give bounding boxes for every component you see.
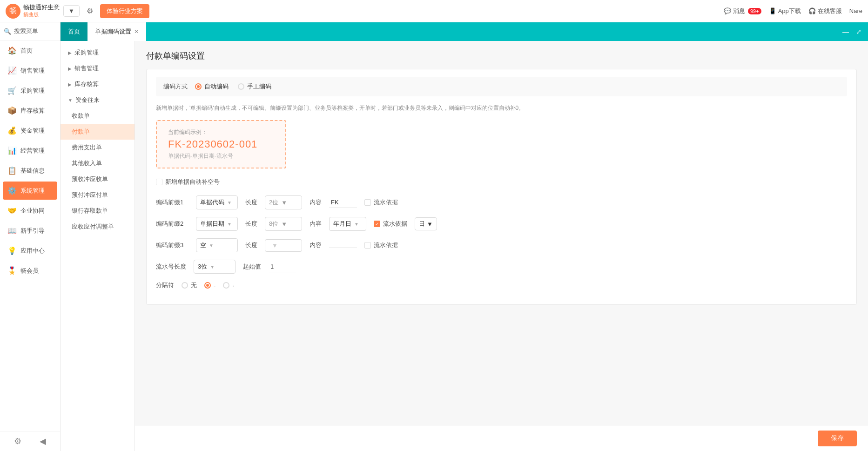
menu-item-expense[interactable]: 费用支出单 — [61, 140, 135, 155]
prefix1-length-select[interactable]: 2位 ▼ — [265, 195, 302, 209]
manual-code-radio[interactable]: 手工编码 — [238, 82, 271, 91]
sidebar-label-operations: 经营管理 — [20, 147, 45, 155]
sales-icon: 📈 — [7, 66, 17, 75]
sidebar-item-system[interactable]: ⚙️ 系统管理 — [3, 182, 57, 200]
auto-code-label: 自动编码 — [204, 82, 229, 91]
online-service-label: 在线客服 — [818, 7, 842, 15]
prefix3-watermark-checkbox[interactable] — [364, 242, 371, 249]
sidebar-item-guide[interactable]: 📖 新手引导 — [0, 221, 60, 241]
sidebar-item-finance[interactable]: 💰 资金管理 — [0, 121, 60, 141]
logo-text-block: 畅捷通好生意 插曲版 — [23, 4, 60, 19]
menu-group-funds-title[interactable]: ▼ 资金往来 — [61, 92, 135, 108]
prefix2-length-value: 8位 — [269, 220, 278, 228]
logo-sub-text: 插曲版 — [23, 11, 60, 18]
sep-dot1-radio[interactable]: - — [204, 282, 215, 289]
prefix1-content-label: 内容 — [310, 198, 322, 207]
menu-item-other-income[interactable]: 其他收入单 — [61, 155, 135, 171]
auto-fill-checkbox[interactable] — [156, 179, 162, 185]
messages-button[interactable]: 💬 消息 99+ — [724, 7, 761, 15]
sidebar-label-inventory: 库存核算 — [20, 107, 45, 115]
sidebar-label-app: 应用中心 — [20, 247, 45, 255]
sidebar-item-inventory[interactable]: 📦 库存核算 — [0, 101, 60, 121]
manual-code-label: 手工编码 — [247, 82, 271, 91]
tab-maximize-icon[interactable]: ⤢ — [853, 26, 864, 37]
sidebar: 🔍 搜索菜单 🏠 首页 📈 销售管理 🛒 采购管理 📦 库存核算 💰 资金管理 … — [0, 22, 61, 451]
menu-item-payment[interactable]: 付款单 — [61, 124, 135, 140]
save-button[interactable]: 保存 — [818, 431, 857, 446]
prefix2-length-label: 长度 — [245, 220, 257, 228]
serial-length-select[interactable]: 3位 ▼ — [194, 260, 236, 274]
tab-encoding-label: 单据编码设置 — [95, 27, 131, 36]
trial-button[interactable]: 体验行业方案 — [100, 4, 149, 18]
prefix2-day-select[interactable]: 日 ▼ — [415, 217, 437, 230]
prefix1-dropdown-icon: ▼ — [227, 200, 232, 205]
sep-none-radio[interactable]: 无 — [182, 281, 197, 289]
dropdown-button[interactable]: ▼ — [63, 5, 80, 17]
prefix2-day-value: 日 — [419, 220, 425, 228]
sep-dot1-label: - — [214, 282, 215, 289]
prefix3-content-value — [329, 243, 357, 248]
app-download-label: App下载 — [778, 7, 801, 15]
arrow-icon-sales: ▶ — [68, 66, 72, 71]
sidebar-item-sales[interactable]: 📈 销售管理 — [0, 61, 60, 81]
message-icon: 💬 — [724, 7, 731, 14]
sidebar-item-purchase[interactable]: 🛒 采购管理 — [0, 81, 60, 101]
prefix1-label: 编码前缀1 — [156, 198, 188, 207]
menu-item-receipt[interactable]: 收款单 — [61, 108, 135, 124]
user-profile[interactable]: Nare — [849, 7, 862, 14]
menu-group-funds-label: 资金往来 — [75, 96, 100, 104]
sidebar-item-member[interactable]: 🎖️ 畅会员 — [0, 261, 60, 281]
prefix2-content-select[interactable]: 年月日 ▼ — [329, 217, 366, 231]
code-preview-main: FK-20230602-001 — [168, 138, 274, 150]
sep-dot2-label: · — [232, 282, 234, 289]
menu-item-bank[interactable]: 银行存取款单 — [61, 203, 135, 219]
prefix1-watermark: 流水依据 — [364, 198, 398, 207]
tab-home[interactable]: 首页 — [61, 22, 87, 41]
prefix2-length-select[interactable]: 8位 ▼ — [265, 217, 302, 231]
sidebar-item-app[interactable]: 💡 应用中心 — [0, 241, 60, 261]
code-preview: 当前编码示例： FK-20230602-001 单据代码-单据日期-流水号 — [156, 120, 286, 168]
auto-code-radio[interactable]: 自动编码 — [195, 82, 229, 91]
prefix1-row: 编码前缀1 单据代码 ▼ 长度 2位 ▼ 内容 FK — [156, 195, 847, 209]
menu-group-inventory-label: 库存核算 — [74, 80, 99, 88]
tab-minimize-icon[interactable]: — — [840, 26, 851, 37]
tab-encoding[interactable]: 单据编码设置 ✕ — [87, 22, 146, 41]
online-service-button[interactable]: 🎧 在线客服 — [808, 7, 842, 15]
menu-group-inventory-title[interactable]: ▶ 库存核算 — [61, 76, 135, 92]
menu-group-purchase-label: 采购管理 — [74, 48, 99, 57]
settings-icon[interactable]: ⚙ — [83, 5, 96, 18]
app-download-button[interactable]: 📱 App下载 — [769, 7, 801, 15]
menu-group-purchase-title[interactable]: ▶ 采购管理 — [61, 45, 135, 61]
sep-dot2-radio[interactable]: · — [223, 282, 234, 289]
menu-item-adjust[interactable]: 应收应付调整单 — [61, 219, 135, 235]
home-icon: 🏠 — [7, 46, 17, 55]
prefix3-length-select[interactable]: ▼ — [265, 239, 302, 252]
prefix3-select[interactable]: 空 ▼ — [196, 238, 238, 252]
logo-area: 畅 畅捷通好生意 插曲版 — [6, 4, 60, 19]
sidebar-label-sales: 销售管理 — [20, 67, 45, 75]
sidebar-item-operations[interactable]: 📊 经营管理 — [0, 141, 60, 161]
sidebar-item-collab[interactable]: 🤝 企业协同 — [0, 201, 60, 221]
collapse-icon[interactable]: ◀ — [40, 436, 46, 446]
prefix1-select[interactable]: 单据代码 ▼ — [196, 195, 238, 209]
sidebar-label-guide: 新手引导 — [20, 227, 45, 235]
menu-item-pre-pay[interactable]: 预付冲应付单 — [61, 187, 135, 203]
sidebar-item-basic[interactable]: 📋 基础信息 — [0, 161, 60, 181]
page-content: 付款单编码设置 编码方式 自动编码 — [135, 41, 868, 425]
start-value-input[interactable]: 1 — [269, 261, 296, 272]
logo-icon: 畅 — [6, 4, 20, 19]
info-text: 新增单据时，'单据编码'自动生成，不可编辑。前缀设置为部门、业务员等档案类，开单… — [156, 104, 847, 113]
sidebar-item-home[interactable]: 🏠 首页 — [0, 40, 60, 61]
tab-close-icon[interactable]: ✕ — [134, 28, 139, 35]
member-icon: 🎖️ — [7, 266, 17, 275]
settings-bottom-icon[interactable]: ⚙ — [14, 436, 21, 446]
prefix2-watermark-checkbox[interactable]: ✓ — [374, 221, 380, 227]
prefix2-select[interactable]: 单据日期 ▼ — [196, 217, 238, 231]
menu-item-pre-receive[interactable]: 预收冲应收单 — [61, 171, 135, 187]
prefix1-watermark-checkbox[interactable] — [364, 199, 371, 206]
collab-icon: 🤝 — [7, 206, 17, 215]
prefix2-row: 编码前缀2 单据日期 ▼ 长度 8位 ▼ 内容 — [156, 217, 847, 231]
search-menu-button[interactable]: 🔍 搜索菜单 — [0, 22, 60, 40]
operations-icon: 📊 — [7, 146, 17, 155]
menu-group-sales-title[interactable]: ▶ 销售管理 — [61, 61, 135, 76]
